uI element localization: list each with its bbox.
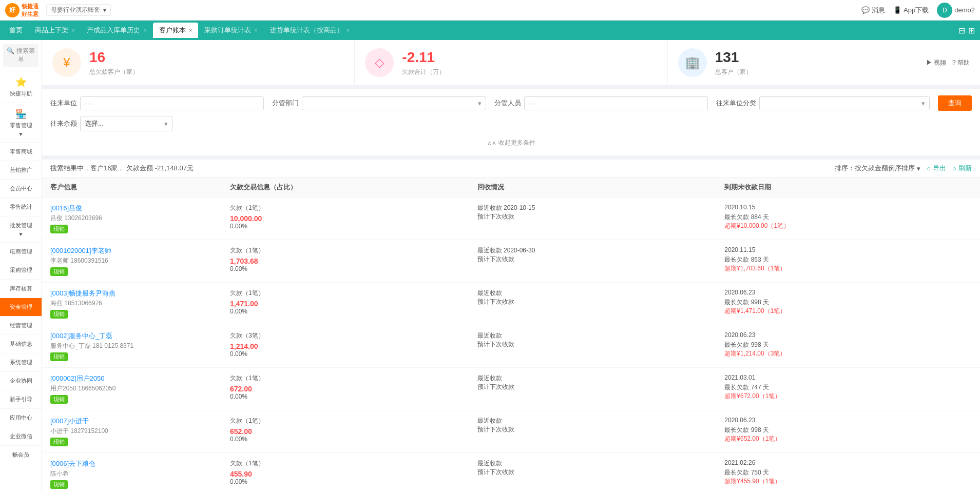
newbie-label: 新手引导	[10, 396, 32, 403]
customer-info-2: 海燕 18513066976	[50, 299, 230, 308]
card-label-3: 总客户（家）	[715, 68, 752, 76]
sidebar-item-basic-info[interactable]: 基础信息	[0, 335, 42, 353]
search-menu-btn[interactable]: 🔍 搜索菜单	[3, 44, 39, 67]
filter-label-person: 分管人员	[494, 98, 521, 108]
tab-1-close[interactable]: ×	[71, 27, 74, 33]
collapse-label: 收起更多条件	[498, 139, 535, 147]
tab-2[interactable]: 产成品入库单历史 ×	[81, 23, 152, 38]
customer-name-6[interactable]: [0006]去下粮仓	[50, 459, 230, 468]
sidebar-item-quick-nav[interactable]: ⭐ 快捷导航	[0, 71, 42, 103]
customer-name-1[interactable]: [0001020001]李老师	[50, 246, 230, 255]
customer-name-3[interactable]: [0002]服务中心_丁磊	[50, 331, 230, 341]
tab-4[interactable]: 采购订单统计表 ×	[198, 23, 263, 38]
tab-5-close[interactable]: ×	[347, 27, 350, 33]
collapse-button[interactable]: ∧∧ 收起更多条件	[487, 139, 535, 147]
minimize-btn[interactable]: ⊟	[958, 26, 965, 35]
card-info-2: -2.11 欠款合计（万）	[402, 49, 445, 76]
next-collect-0: 预计下次收款	[477, 212, 725, 221]
sidebar-item-business[interactable]: 经营管理	[0, 317, 42, 335]
filter-input-unit[interactable]: ···	[80, 96, 264, 110]
customer-name-2[interactable]: [0003]畅捷服务尹海燕	[50, 289, 230, 298]
sidebar-item-marketing[interactable]: 营销推广	[0, 161, 42, 180]
sidebar-item-finance[interactable]: 资金管理	[0, 298, 42, 317]
sort-select[interactable]: 排序：按欠款金额倒序排序 ▾	[835, 164, 920, 173]
debt-amount-0[interactable]: 10,000.00	[230, 214, 477, 223]
overdue-link-0[interactable]: 超期¥10,000.00（1笔）	[724, 222, 972, 230]
customer-name-4[interactable]: [000002]用户2050	[50, 374, 230, 383]
overdue-link-3[interactable]: 超期¥1,214.00（3笔）	[724, 349, 972, 358]
tab-1-label: 商品上下架	[35, 26, 68, 35]
debt-amount-2[interactable]: 1,471.00	[230, 300, 477, 308]
overdue-days-1: 最长欠款 853 天	[724, 255, 972, 264]
customer-name-5[interactable]: [0007]小进干	[50, 417, 230, 426]
filter-input-person[interactable]: ···	[524, 96, 708, 110]
sidebar-item-inventory[interactable]: 库存核算	[0, 280, 42, 298]
sidebar-item-retail-store[interactable]: 零售商城	[0, 143, 42, 161]
sidebar-search[interactable]: 🔍 搜索菜单	[0, 40, 42, 71]
customer-name-0[interactable]: [0016]吕俊	[50, 204, 230, 213]
debt-amount-1[interactable]: 1,703.68	[230, 257, 477, 265]
sidebar-item-member[interactable]: 会员中心	[0, 180, 42, 198]
debt-cell-4: 欠款（1笔） 672.00 0.00%	[230, 374, 477, 404]
refresh-button[interactable]: ○ 刷新	[952, 164, 972, 173]
sidebar-item-enterprise[interactable]: 企业协同	[0, 372, 42, 390]
search-button[interactable]: 查询	[938, 95, 972, 111]
sidebar-item-ecommerce[interactable]: 电商管理	[0, 243, 42, 261]
maximize-btn[interactable]: ⊞	[968, 26, 975, 35]
video-action[interactable]: ▶ 视频	[926, 58, 946, 67]
debt-amount-6[interactable]: 455.90	[230, 470, 477, 478]
message-action[interactable]: 💬 消息	[861, 6, 885, 15]
recent-collect-1: 最近收款 2020-06-30	[477, 246, 725, 255]
help-action[interactable]: ? 帮助	[952, 58, 970, 67]
debt-amount-3[interactable]: 1,214.00	[230, 342, 477, 350]
filter-select-category[interactable]: ▾	[759, 96, 930, 110]
sidebar-item-system[interactable]: 系统管理	[0, 353, 42, 372]
overdue-link-1[interactable]: 超期¥1,703.68（1笔）	[724, 264, 972, 273]
customer-info-5: 小进干 18279152100	[50, 427, 230, 436]
industry-selector[interactable]: 母婴行业演示账套 ▾	[46, 4, 111, 16]
overdue-days-2: 最长欠款 998 天	[724, 298, 972, 307]
overdue-link-6[interactable]: 超期¥455.90（1笔）	[724, 477, 972, 486]
due-date-1: 2020.11.15	[724, 246, 972, 253]
tab-5[interactable]: 进货单统计表（按商品） ×	[264, 23, 356, 38]
sidebar-item-vip[interactable]: 畅会员	[0, 446, 42, 464]
debt-amount-5[interactable]: 652.00	[230, 427, 477, 436]
tab-1[interactable]: 商品上下架 ×	[29, 23, 81, 38]
overdue-link-2[interactable]: 超期¥1,471.00（1笔）	[724, 307, 972, 315]
sidebar-item-newbie[interactable]: 新手引导	[0, 390, 42, 409]
tab-4-close[interactable]: ×	[254, 27, 257, 33]
recovery-cell-0: 最近收款 2020-10-15 预计下次收款	[477, 204, 725, 233]
tab-3-close[interactable]: ×	[189, 27, 192, 33]
filter-select-balance[interactable]: 选择... ▾	[80, 116, 172, 131]
tab-2-close[interactable]: ×	[143, 27, 146, 33]
debt-cell-5: 欠款（1笔） 652.00 0.00%	[230, 417, 477, 446]
tab-2-label: 产成品入库单历史	[87, 26, 140, 35]
video-label: 视频	[934, 59, 946, 66]
debt-cell-2: 欠款（1笔） 1,471.00 0.00%	[230, 289, 477, 319]
sidebar-item-retail-stats[interactable]: 零售统计	[0, 198, 42, 216]
main-layout: 🔍 搜索菜单 ⭐ 快捷导航 🏪 零售管理 ▼ 零售商城 营销推广 会员中心	[0, 40, 980, 493]
overdue-link-5[interactable]: 超期¥652.00（1笔）	[724, 435, 972, 443]
chevron-up-icon: ∧∧	[487, 140, 496, 147]
debt-amount-4[interactable]: 672.00	[230, 385, 477, 393]
sidebar-item-wechat[interactable]: 企业微信	[0, 427, 42, 446]
tab-home[interactable]: 首页	[3, 23, 29, 38]
collapse-bar: ∧∧ 收起更多条件	[50, 136, 972, 149]
export-button[interactable]: ○ 导出	[927, 164, 946, 173]
download-action[interactable]: 📱 App下载	[893, 6, 929, 15]
tab-3[interactable]: 客户账本 ×	[153, 23, 198, 38]
filter-select-dept[interactable]: ▾	[302, 96, 486, 110]
overdue-link-4[interactable]: 超期¥672.00（1笔）	[724, 392, 972, 401]
dropdown-arrow: ▾	[103, 7, 106, 14]
recent-collect-6: 最近收款	[477, 459, 725, 468]
sidebar-item-retail-mgmt[interactable]: 🏪 零售管理 ▼	[0, 103, 42, 143]
sidebar-item-app-center[interactable]: 应用中心	[0, 409, 42, 427]
message-icon: 💬	[861, 6, 870, 14]
customer-tag-3: 现销	[50, 352, 68, 361]
sidebar-item-wholesale[interactable]: 批发管理 ▼	[0, 216, 42, 243]
avatar: D	[937, 3, 952, 18]
user-action[interactable]: D demo2	[937, 3, 975, 18]
results-info: 搜索结果中，客户16家， 欠款金额 -21,148.07元	[50, 164, 194, 173]
sidebar-item-purchase[interactable]: 采购管理	[0, 261, 42, 280]
debt-percent-0: 0.00%	[230, 223, 477, 230]
